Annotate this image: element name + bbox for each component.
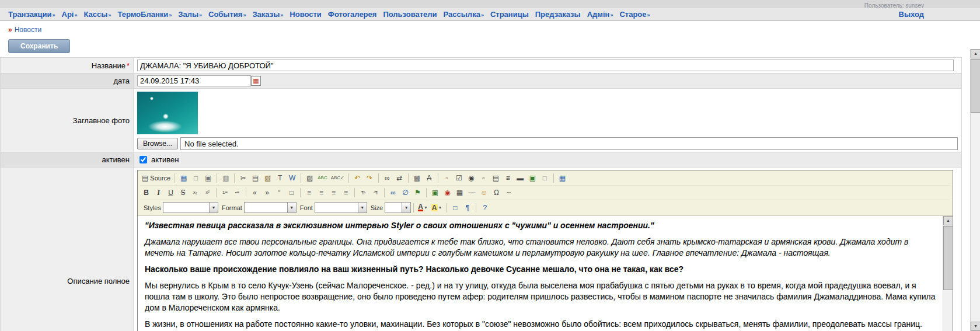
special-char-icon[interactable]: Ω bbox=[491, 187, 502, 198]
smiley-icon[interactable]: ☺ bbox=[479, 187, 490, 198]
spellcheck-icon[interactable]: ABC bbox=[316, 173, 328, 184]
nav-item-15[interactable]: Старое» bbox=[619, 10, 650, 19]
bold-icon[interactable]: B bbox=[141, 187, 152, 198]
nav-item-10[interactable]: Пользователи bbox=[383, 10, 437, 19]
hidden-field-icon[interactable]: □ bbox=[539, 173, 550, 184]
save-button[interactable]: Сохранить bbox=[8, 39, 70, 53]
select-all-icon[interactable]: ▩ bbox=[411, 173, 423, 184]
radio-icon[interactable]: ◉ bbox=[466, 173, 477, 184]
outdent-icon[interactable]: « bbox=[249, 187, 260, 198]
scayt-icon[interactable]: ABC✓ bbox=[330, 173, 346, 184]
nav-item-3[interactable]: Кассы» bbox=[83, 10, 111, 19]
align-left-icon[interactable]: ≡ bbox=[304, 187, 315, 198]
cut-icon[interactable]: ✂ bbox=[238, 173, 249, 184]
text-field-icon[interactable]: ▫ bbox=[478, 173, 489, 184]
italic-icon[interactable]: I bbox=[153, 187, 164, 198]
active-checkbox[interactable] bbox=[139, 156, 147, 163]
nav-item-7[interactable]: Заказы» bbox=[252, 10, 283, 19]
bidi-rtl-icon[interactable]: ‹¶ bbox=[370, 187, 381, 198]
nav-item-6[interactable]: События» bbox=[208, 10, 246, 19]
subscript-icon[interactable]: x₂ bbox=[190, 187, 201, 198]
source-button[interactable]: ▤Source bbox=[141, 173, 172, 184]
indent-icon[interactable]: » bbox=[261, 187, 273, 198]
size-combo[interactable]: ▼ bbox=[385, 202, 411, 213]
remove-format-icon[interactable]: A bbox=[424, 173, 435, 184]
image-icon[interactable]: ▣ bbox=[430, 187, 441, 198]
nav-item-8[interactable]: Новости bbox=[290, 10, 322, 19]
font-combo[interactable]: ▼ bbox=[315, 202, 367, 213]
show-blocks-icon[interactable]: ¶ bbox=[462, 202, 473, 213]
page-break-icon[interactable]: ┄ bbox=[503, 187, 514, 198]
button-icon[interactable]: ▬ bbox=[515, 173, 526, 184]
numbered-list-icon[interactable]: 1≡ bbox=[219, 187, 231, 198]
editor-scrollbar[interactable]: ▲ bbox=[943, 216, 953, 331]
page-scroll-up-icon[interactable]: ▲ bbox=[971, 49, 980, 58]
save-icon[interactable]: ▦ bbox=[178, 173, 189, 184]
editor-content[interactable]: "Известная певица рассказала в эксклюзив… bbox=[138, 216, 943, 331]
editor-scroll-up-icon[interactable]: ▲ bbox=[943, 216, 953, 225]
text-color-icon[interactable]: A▼ bbox=[417, 202, 429, 213]
new-page-icon[interactable]: □ bbox=[190, 173, 201, 184]
nav-item-4[interactable]: ТермоБланки» bbox=[117, 10, 172, 19]
toolbar-separator bbox=[246, 188, 246, 197]
bg-color-icon[interactable]: A▼ bbox=[430, 202, 444, 213]
paste-text-icon[interactable]: T bbox=[274, 173, 285, 184]
paste-icon[interactable]: ▧ bbox=[262, 173, 273, 184]
redo-icon[interactable]: ↷ bbox=[364, 173, 375, 184]
replace-icon[interactable]: ⇄ bbox=[394, 173, 405, 184]
nav-item-5[interactable]: Залы» bbox=[178, 10, 202, 19]
editor-scroll-thumb[interactable] bbox=[943, 226, 953, 290]
nav-item-1[interactable]: Транзакции» bbox=[8, 10, 55, 19]
blockquote-icon[interactable]: “ bbox=[274, 187, 285, 198]
form-icon[interactable]: ▫ bbox=[441, 173, 452, 184]
flash-icon[interactable]: ◉ bbox=[442, 187, 453, 198]
superscript-icon[interactable]: x² bbox=[202, 187, 213, 198]
horizontal-rule-icon[interactable]: ― bbox=[466, 187, 477, 198]
textarea-icon[interactable]: ▤ bbox=[490, 173, 501, 184]
preview-icon[interactable]: ▣ bbox=[203, 173, 214, 184]
link-icon[interactable]: ∞ bbox=[388, 187, 399, 198]
nav-item-2[interactable]: Api» bbox=[62, 10, 78, 19]
copy-icon[interactable]: ▤ bbox=[250, 173, 261, 184]
paste-word-icon[interactable]: W bbox=[287, 173, 298, 184]
file-status-box[interactable]: No file selected. bbox=[180, 137, 958, 150]
styles-combo[interactable]: ▼ bbox=[163, 202, 218, 213]
nav-item-12[interactable]: Страницы bbox=[490, 10, 529, 19]
nav-item-13[interactable]: Предзаказы bbox=[535, 10, 581, 19]
date-input[interactable] bbox=[137, 75, 251, 86]
bulleted-list-icon[interactable]: •≡ bbox=[232, 187, 243, 198]
logout-link[interactable]: Выход bbox=[899, 10, 924, 19]
nav-item-11[interactable]: Рассылка» bbox=[444, 10, 484, 19]
page-scrollbar[interactable]: ▲ ▼ bbox=[970, 49, 980, 331]
nav-item-14[interactable]: Адмін» bbox=[587, 10, 613, 19]
about-icon[interactable]: ? bbox=[479, 202, 490, 213]
undo-icon[interactable]: ↶ bbox=[352, 173, 363, 184]
anchor-icon[interactable]: ⚑ bbox=[412, 187, 423, 198]
nav-item-9[interactable]: Фотогалерея bbox=[328, 10, 377, 19]
align-center-icon[interactable]: ≡ bbox=[316, 187, 327, 198]
format-combo[interactable]: ▼ bbox=[244, 202, 297, 213]
align-right-icon[interactable]: ≡ bbox=[328, 187, 339, 198]
page-scroll-down-icon[interactable]: ▼ bbox=[971, 322, 980, 331]
justify-icon[interactable]: ≡ bbox=[340, 187, 351, 198]
main-nav: Транзакции»Api»Кассы»ТермоБланки»Залы»Со… bbox=[0, 8, 980, 21]
checkbox-icon[interactable]: ☑ bbox=[454, 173, 465, 184]
print-icon[interactable]: ▨ bbox=[304, 173, 315, 184]
select-field-icon[interactable]: ≡ bbox=[503, 173, 514, 184]
templates-icon[interactable]: ▥ bbox=[220, 173, 231, 184]
table-icon[interactable]: ▦ bbox=[454, 187, 465, 198]
underline-icon[interactable]: U bbox=[165, 187, 176, 198]
iframe-icon[interactable]: ▦ bbox=[557, 173, 568, 184]
unlink-icon[interactable]: ∅ bbox=[400, 187, 411, 198]
browse-button[interactable]: Browse... bbox=[137, 138, 178, 149]
maximize-icon[interactable]: □ bbox=[449, 202, 461, 213]
title-input[interactable] bbox=[137, 60, 954, 71]
image-button-icon[interactable]: ▣ bbox=[527, 173, 538, 184]
calendar-icon[interactable]: ▦ bbox=[251, 76, 261, 86]
div-icon[interactable]: □ bbox=[286, 187, 297, 198]
page-scroll-thumb[interactable] bbox=[971, 59, 980, 113]
strikethrough-icon[interactable]: S bbox=[177, 187, 189, 198]
bidi-ltr-icon[interactable]: ¶› bbox=[358, 187, 369, 198]
breadcrumb-news-link[interactable]: Новости bbox=[15, 26, 41, 34]
find-icon[interactable]: ∞ bbox=[382, 173, 393, 184]
